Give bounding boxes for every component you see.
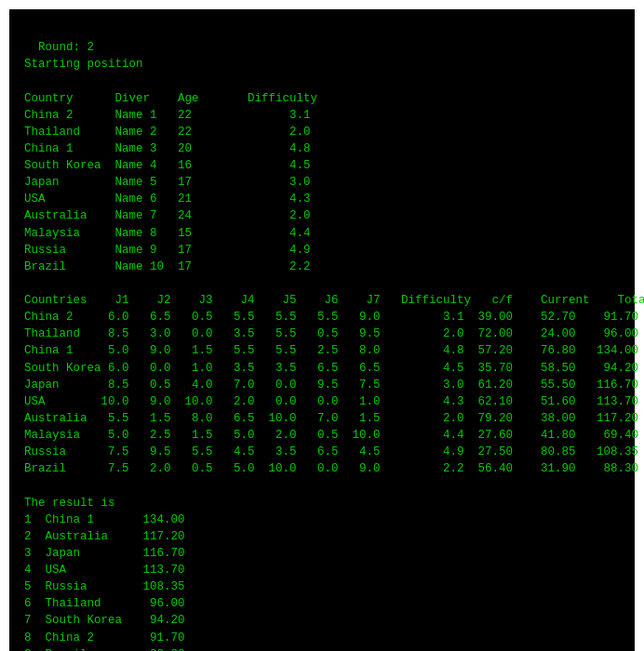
terminal-output: Round: 2 Starting position Country Diver… (9, 9, 635, 651)
terminal-text: Round: 2 Starting position Country Diver… (24, 41, 644, 651)
